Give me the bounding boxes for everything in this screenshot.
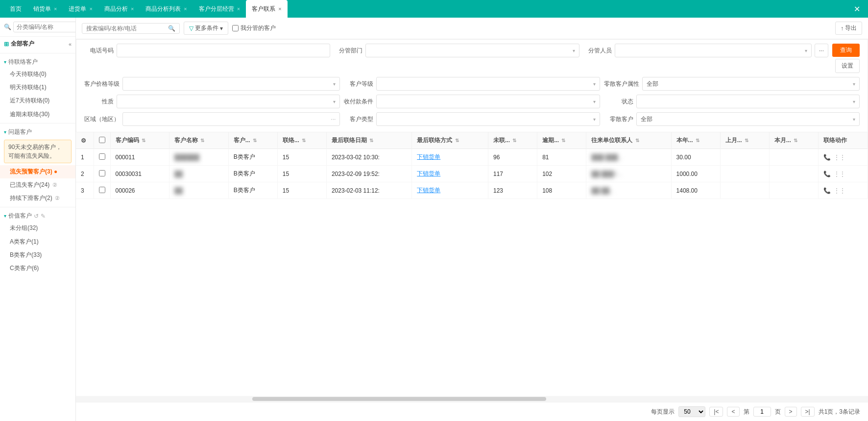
col-contact-person[interactable]: 往来单位联系人 ⇅ bbox=[586, 132, 671, 149]
manager-select[interactable]: ▾ bbox=[615, 44, 812, 57]
row-checkbox[interactable] bbox=[99, 153, 105, 160]
phone-action-icon[interactable]: 📞 bbox=[823, 171, 831, 177]
sidebar-item-c-class[interactable]: C类客户(6) bbox=[0, 262, 75, 275]
col-unlink-days[interactable]: 未联... ⇅ bbox=[488, 132, 537, 149]
close-icon[interactable]: × bbox=[278, 6, 281, 12]
col-code[interactable]: 客户编码 ⇅ bbox=[110, 132, 169, 149]
more-filters-button[interactable]: ▽ 更多条件 ▾ bbox=[184, 22, 228, 35]
scrollbar-thumb[interactable] bbox=[252, 397, 546, 401]
next-page-button[interactable]: > bbox=[785, 407, 797, 417]
row-checkbox[interactable] bbox=[99, 187, 105, 193]
sidebar-item-churn-warning[interactable]: 流失预警客户(3) ● bbox=[0, 165, 75, 178]
more-action-icon[interactable]: ⋮⋮ bbox=[834, 171, 845, 177]
settings-icon[interactable]: ⚙ bbox=[81, 137, 86, 144]
payment-terms-select[interactable]: ▾ bbox=[376, 95, 600, 108]
customer-type-select[interactable]: ▾ bbox=[376, 112, 600, 126]
col-customer-type[interactable]: 客户... ⇅ bbox=[228, 132, 277, 149]
customer-level-select[interactable]: ▾ bbox=[376, 77, 600, 91]
sidebar-item-tomorrow[interactable]: 明天待联络(1) bbox=[0, 81, 75, 94]
row-checkbox[interactable] bbox=[99, 170, 105, 176]
search-input[interactable] bbox=[86, 25, 166, 32]
sidebar-group-pending[interactable]: ▾ 待联络客户 bbox=[0, 55, 75, 68]
close-icon[interactable]: × bbox=[89, 6, 92, 12]
edit-icon[interactable]: ✎ bbox=[41, 213, 46, 220]
col-overdue[interactable]: 逾期... ⇅ bbox=[537, 132, 586, 149]
col-last-contact-date[interactable]: 最后联络日期 ⇅ bbox=[326, 132, 411, 149]
collapse-icon[interactable]: « bbox=[69, 41, 72, 47]
horizontal-scrollbar[interactable] bbox=[154, 396, 790, 402]
price-level-select[interactable]: ▾ bbox=[122, 77, 340, 91]
tab-customer-layer[interactable]: 客户分层经营 × bbox=[193, 0, 246, 18]
cell-checkbox[interactable] bbox=[94, 182, 110, 199]
tab-sales-order[interactable]: 销货单 × bbox=[27, 0, 63, 18]
manager-dots-button[interactable]: ··· bbox=[815, 44, 828, 57]
phone-action-icon[interactable]: 📞 bbox=[823, 187, 831, 194]
export-button[interactable]: ↑ 导出 bbox=[835, 22, 862, 35]
retail-attr-select[interactable]: 全部 ▾ bbox=[642, 77, 860, 91]
close-icon[interactable]: × bbox=[237, 6, 240, 12]
sidebar-item-churned[interactable]: 已流失客户(24) ② bbox=[0, 178, 75, 192]
sidebar-item-overdue[interactable]: 逾期未联络(30) bbox=[0, 108, 75, 121]
sidebar-group-problem[interactable]: ▾ 问题客户 bbox=[0, 125, 75, 138]
tab-home[interactable]: 首页 bbox=[4, 0, 27, 18]
col-settings[interactable]: ⚙ bbox=[76, 132, 94, 149]
col-last-contact-method[interactable]: 最后联络方式 ⇅ bbox=[412, 132, 488, 149]
tab-product-analysis-list[interactable]: 商品分析列表 × bbox=[140, 0, 193, 18]
sidebar-item-b-class[interactable]: B类客户(33) bbox=[0, 248, 75, 262]
cell-checkbox[interactable] bbox=[94, 166, 110, 182]
retail-customer-select[interactable]: 全部 ▾ bbox=[636, 112, 860, 126]
search-submit-icon[interactable]: 🔍 bbox=[168, 25, 175, 32]
sidebar-root-item[interactable]: ⊞ 全部客户 « bbox=[0, 37, 75, 51]
my-customers-checkbox-label[interactable]: 我分管的客户 bbox=[232, 24, 276, 32]
select-all-checkbox[interactable] bbox=[99, 137, 105, 143]
col-annual[interactable]: 本年... ⇅ bbox=[671, 132, 720, 149]
region-input[interactable]: ··· bbox=[122, 112, 340, 126]
sidebar-item-a-class[interactable]: A类客户(1) bbox=[0, 235, 75, 248]
prev-page-button[interactable]: < bbox=[727, 407, 739, 417]
page-number-input[interactable] bbox=[753, 407, 771, 417]
first-page-button[interactable]: |< bbox=[709, 407, 723, 417]
col-this-month[interactable]: 本月... ⇅ bbox=[769, 132, 818, 149]
status-select[interactable]: ▾ bbox=[636, 95, 860, 108]
cell-actions[interactable]: 📞 ⋮⋮ bbox=[818, 166, 868, 182]
tooltip-churn-warning: 90天未交易的客户，可能有流失风险。 bbox=[4, 140, 72, 163]
sidebar-search-input[interactable] bbox=[13, 22, 76, 32]
sidebar-group-value[interactable]: ▾ 价值客户 ↺ ✎ bbox=[0, 209, 75, 222]
cell-last-method[interactable]: 下销货单 bbox=[412, 182, 488, 199]
cell-actions[interactable]: 📞 ⋮⋮ bbox=[818, 182, 868, 199]
sidebar-item-today[interactable]: 今天待联络(0) bbox=[0, 68, 75, 81]
cell-last-method[interactable]: 下销货单 bbox=[412, 166, 488, 182]
tab-product-analysis[interactable]: 商品分析 × bbox=[98, 0, 140, 18]
filter-retail-customer: 零散客户 全部 ▾ bbox=[604, 112, 860, 126]
cell-checkbox[interactable] bbox=[94, 149, 110, 166]
my-customers-checkbox[interactable] bbox=[232, 25, 239, 31]
global-close-button[interactable]: ✕ bbox=[850, 4, 864, 14]
more-action-icon[interactable]: ⋮⋮ bbox=[834, 187, 845, 194]
cell-last-method[interactable]: 下销货单 bbox=[412, 149, 488, 166]
col-last-month[interactable]: 上月... ⇅ bbox=[720, 132, 769, 149]
dept-select[interactable]: ▾ bbox=[365, 44, 579, 57]
nature-select[interactable]: ▾ bbox=[117, 95, 340, 108]
refresh-icon[interactable]: ↺ bbox=[34, 213, 39, 220]
last-page-button[interactable]: >| bbox=[801, 407, 815, 417]
cell-actions[interactable]: 📞 ⋮⋮ bbox=[818, 149, 868, 166]
sidebar-item-declining[interactable]: 持续下滑客户(2) ② bbox=[0, 192, 75, 205]
tab-purchase-order[interactable]: 进货单 × bbox=[63, 0, 98, 18]
phone-action-icon[interactable]: 📞 bbox=[823, 154, 831, 161]
sort-icon: ⇅ bbox=[253, 138, 257, 143]
phone-input[interactable] bbox=[117, 44, 330, 57]
cell-last-month bbox=[720, 166, 769, 182]
close-icon[interactable]: × bbox=[184, 6, 187, 12]
query-button[interactable]: 查询 bbox=[832, 44, 860, 57]
sidebar-item-ungrouped[interactable]: 未分组(32) bbox=[0, 222, 75, 235]
settings-button[interactable]: 设置 bbox=[835, 59, 860, 73]
per-page-select[interactable]: 50 100 200 bbox=[678, 406, 705, 417]
col-contact-count[interactable]: 联络... ⇅ bbox=[277, 132, 326, 149]
sidebar-item-week[interactable]: 近7天待联络(0) bbox=[0, 94, 75, 107]
tab-customer-contact[interactable]: 客户联系 × bbox=[246, 0, 287, 18]
col-checkbox[interactable] bbox=[94, 132, 110, 149]
close-icon[interactable]: × bbox=[54, 6, 57, 12]
col-name[interactable]: 客户名称 ⇅ bbox=[169, 132, 229, 149]
more-action-icon[interactable]: ⋮⋮ bbox=[834, 154, 845, 161]
close-icon[interactable]: × bbox=[131, 6, 134, 12]
